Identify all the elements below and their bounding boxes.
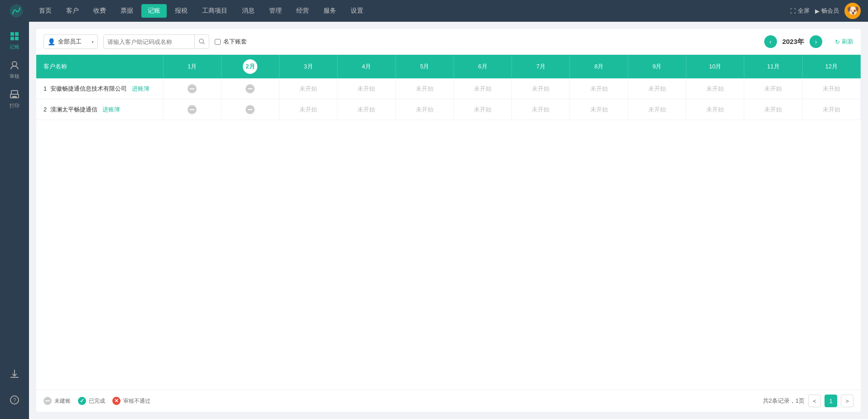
refresh-button[interactable]: ↻ 刷新 — [835, 38, 854, 46]
legend-not-created-label: 未建账 — [54, 397, 71, 405]
accounting-table: 客户名称 1月 2月 3月 4月 5月 6月 7月 8月 9月 — [36, 55, 861, 120]
svg-text:?: ? — [13, 397, 16, 404]
nav-item-service[interactable]: 服务 — [317, 4, 342, 18]
member-button[interactable]: ▶ 畅会员 — [815, 7, 839, 15]
svg-point-5 — [12, 62, 17, 66]
month-2-may: 未开始 — [395, 99, 453, 120]
nav-item-settings[interactable]: 设置 — [344, 4, 370, 18]
sidebar-item-print[interactable]: 打印 — [0, 84, 29, 114]
nav-item-manage[interactable]: 管理 — [263, 4, 288, 18]
col-client-name: 客户名称 — [36, 55, 163, 78]
nav-item-business[interactable]: 工商项目 — [196, 4, 234, 18]
member-icon: ▶ — [815, 8, 820, 14]
nav-item-customer[interactable]: 客户 — [60, 4, 85, 18]
month-2-aug: 未开始 — [570, 99, 628, 120]
client-cell-1: 1 安徽畅捷通信息技术有限公司 进账簿 — [36, 78, 163, 99]
table-header-row: 客户名称 1月 2月 3月 4月 5月 6月 7月 8月 9月 — [36, 55, 861, 78]
employee-select[interactable]: 👤 全部员工 ▾ — [43, 34, 98, 49]
prev-year-button[interactable]: ‹ — [764, 35, 777, 48]
month-2-dec: 未开始 — [802, 99, 860, 120]
avatar[interactable]: 🐶 — [844, 3, 861, 19]
sidebar: 记账 审核 打印 — [0, 22, 29, 419]
refresh-label: 刷新 — [842, 38, 854, 46]
nav-item-tax[interactable]: 报税 — [169, 4, 194, 18]
page-1-button[interactable]: 1 — [825, 395, 837, 407]
year-navigation: ‹ 2023年 › — [764, 35, 822, 48]
legend-completed: ✓ 已完成 — [78, 397, 105, 405]
month-2-sep: 未开始 — [628, 99, 686, 120]
enter-ledger-link-2[interactable]: 进账簿 — [102, 106, 120, 113]
nav-item-message[interactable]: 消息 — [236, 4, 261, 18]
print-icon — [8, 89, 21, 101]
month-2-feb[interactable] — [221, 99, 279, 120]
month-1-jun: 未开始 — [453, 78, 511, 99]
legend-rejected-dot: ✕ — [112, 397, 121, 405]
nav-item-home[interactable]: 首页 — [33, 4, 58, 18]
month-2-apr: 未开始 — [338, 99, 395, 120]
col-dec: 12月 — [802, 55, 860, 78]
client-cell-2: 2 漠澜太平畅捷通信 进账簿 — [36, 99, 163, 120]
employee-select-label: 全部员工 — [58, 38, 89, 46]
nav-right: ⛶ 全屏 ▶ 畅会员 🐶 — [790, 3, 861, 19]
nav-item-fee[interactable]: 收费 — [87, 4, 112, 18]
search-input[interactable] — [104, 39, 194, 45]
sidebar-bottom: ? — [5, 363, 24, 412]
col-may: 5月 — [395, 55, 453, 78]
sidebar-item-print-label: 打印 — [10, 102, 19, 109]
month-1-oct: 未开始 — [686, 78, 744, 99]
search-wrap — [103, 34, 209, 49]
legend-not-created: 未建账 — [43, 397, 71, 405]
sidebar-item-help[interactable]: ? — [5, 389, 24, 412]
help-icon: ? — [8, 394, 21, 406]
pagination-total: 共2条记录，1页 — [763, 397, 805, 405]
col-nov: 11月 — [744, 55, 802, 78]
content-inner: 👤 全部员工 ▾ 名下账套 — [36, 29, 861, 412]
nav-item-operation[interactable]: 经营 — [290, 4, 315, 18]
month-1-feb[interactable] — [221, 78, 279, 99]
col-oct: 10月 — [686, 55, 744, 78]
month-1-jul: 未开始 — [512, 78, 570, 99]
svg-rect-2 — [15, 32, 19, 36]
sidebar-item-audit[interactable]: 审核 — [0, 55, 29, 84]
chevron-down-icon: ▾ — [92, 39, 94, 44]
col-apr: 4月 — [338, 55, 395, 78]
legend-not-created-dot — [43, 397, 52, 405]
enter-ledger-link-1[interactable]: 进账簿 — [132, 85, 149, 92]
search-button[interactable] — [194, 35, 209, 48]
fullscreen-button[interactable]: ⛶ 全屏 — [790, 7, 810, 15]
client-name-1: 1 — [43, 85, 47, 92]
col-jan: 1月 — [163, 55, 221, 78]
month-1-nov: 未开始 — [744, 78, 802, 99]
prev-page-button[interactable]: < — [808, 395, 821, 407]
client-name-text-2: 漠澜太平畅捷通信 — [50, 106, 97, 113]
month-2-jan[interactable] — [163, 99, 221, 120]
next-page-button[interactable]: > — [841, 395, 854, 407]
audit-icon — [8, 59, 21, 72]
year-display: 2023年 — [782, 38, 804, 46]
table-row: 2 漠澜太平畅捷通信 进账簿 未开始 未开始 — [36, 99, 861, 120]
user-icon: 👤 — [48, 38, 55, 45]
sidebar-item-accounting[interactable]: 记账 — [0, 25, 29, 55]
col-jun: 6月 — [453, 55, 511, 78]
nav-item-invoice[interactable]: 票据 — [114, 4, 140, 18]
sidebar-item-download[interactable] — [5, 363, 24, 385]
month-1-jan[interactable] — [163, 78, 221, 99]
logo — [7, 2, 25, 20]
footer: 未建账 ✓ 已完成 ✕ 审核不通过 共2条记录，1页 < — [36, 390, 861, 412]
svg-rect-4 — [15, 37, 19, 40]
table-wrap: 客户名称 1月 2月 3月 4月 5月 6月 7月 8月 9月 — [36, 55, 861, 390]
fullscreen-icon: ⛶ — [790, 8, 796, 14]
table-row: 1 安徽畅捷通信息技术有限公司 进账簿 未开始 未开始 — [36, 78, 861, 99]
legend-completed-dot: ✓ — [78, 397, 86, 405]
nav-item-accounting[interactable]: 记账 — [141, 4, 167, 18]
svg-rect-6 — [11, 91, 18, 94]
current-month-badge: 2月 — [243, 59, 257, 74]
month-1-apr: 未开始 — [338, 78, 395, 99]
my-accounts-checkbox[interactable] — [215, 39, 221, 45]
svg-rect-8 — [12, 96, 17, 98]
next-year-button[interactable]: › — [810, 35, 822, 48]
accounting-icon — [8, 30, 21, 43]
col-sep: 9月 — [628, 55, 686, 78]
main-layout: 记账 审核 打印 — [0, 22, 868, 419]
my-accounts-checkbox-label[interactable]: 名下账套 — [215, 38, 247, 46]
